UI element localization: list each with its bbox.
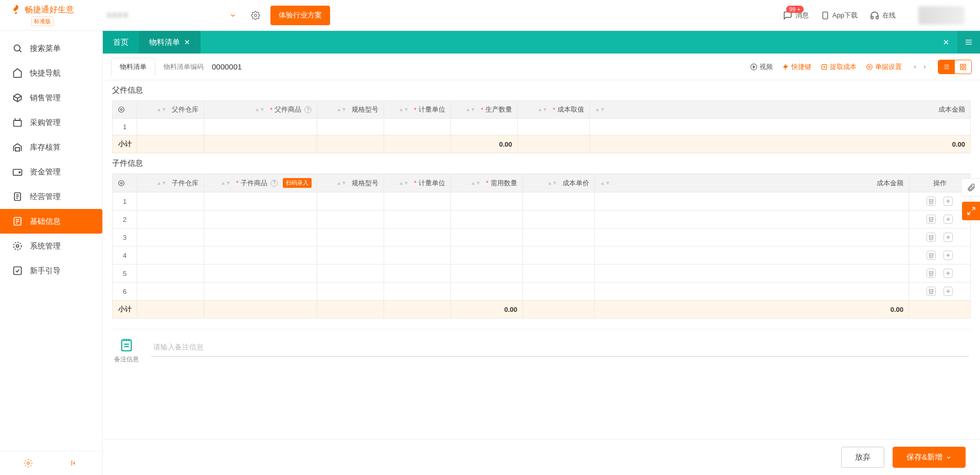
tabs-menu-button[interactable] [957,31,980,54]
child-table-row[interactable]: 1 [113,192,971,210]
sort-icon[interactable]: ▲▼ [336,182,347,185]
view-list-button[interactable] [938,60,955,74]
delete-row-button[interactable] [927,215,936,224]
tab-bom[interactable]: 物料清单 ✕ [139,31,201,54]
tool-video[interactable]: 视频 [750,62,773,72]
info-icon[interactable]: ? [270,180,278,187]
child-table-row[interactable]: 5 [113,265,971,283]
close-icon[interactable]: ✕ [184,38,190,46]
parent-th-gear[interactable] [113,101,137,119]
remark-input[interactable] [151,338,969,357]
delete-row-button[interactable] [927,233,936,242]
tool-shortcut[interactable]: 快捷键 [782,62,811,72]
row-ops [909,228,971,247]
parent-th-item[interactable]: ▲▼*父件商品? [204,101,317,119]
sidebar-item-search-menu[interactable]: 搜索菜单 [0,36,102,61]
sort-icon[interactable]: ▲▼ [398,182,409,185]
sidebar-item-system[interactable]: 系统管理 [0,234,102,258]
sidebar-item-guide[interactable]: 新手引导 [0,258,102,283]
sort-icon[interactable]: ▲▼ [336,108,347,111]
parent-subtotal-qty: 0.00 [451,135,518,153]
parent-th-spec[interactable]: ▲▼规格型号 [317,101,384,119]
sort-icon[interactable]: ▲▼ [470,182,481,185]
sidebar-item-operation[interactable]: 经营管理 [0,184,102,209]
child-th-unit[interactable]: ▲▼*计量单位 [384,174,451,192]
child-table-row[interactable]: 2 [113,210,971,228]
delete-row-button[interactable] [927,269,936,278]
svg-rect-21 [14,267,22,275]
expand-button[interactable] [962,202,980,220]
parent-th-unit[interactable]: ▲▼*计量单位 [384,101,451,119]
add-row-button[interactable] [943,197,953,206]
sidebar-settings-button[interactable] [24,459,33,468]
child-th-unit-cost[interactable]: ▲▼成本单价 [523,174,595,192]
sort-icon[interactable]: ▲▼ [255,108,265,111]
scan-input-tag[interactable]: 扫码录入 [283,178,312,188]
sort-icon[interactable]: ▲▼ [156,182,167,185]
tool-extract-cost[interactable]: 提取成本 [821,62,857,72]
sidebar-item-label: 系统管理 [30,241,61,251]
promo-button[interactable]: 体验行业方案 [270,6,330,25]
row-index: 6 [113,283,137,301]
parent-th-warehouse[interactable]: ▲▼父件仓库 [137,101,204,119]
nav-next-button[interactable] [921,63,929,71]
add-row-button[interactable] [943,251,953,260]
child-th-spec[interactable]: ▲▼规格型号 [317,174,384,192]
tool-bill-settings[interactable]: 单据设置 [866,62,902,72]
delete-row-button[interactable] [927,287,936,296]
child-th-warehouse[interactable]: ▲▼子件仓库 [137,174,204,192]
sort-icon[interactable]: ▲▼ [600,182,610,185]
parent-th-cost-amount[interactable]: ▲▼成本金额 [590,101,971,119]
online-label: 在线 [882,11,896,20]
tool-video-label: 视频 [759,62,773,72]
org-selector[interactable]: XXXX [100,8,244,22]
nav-prev-button[interactable] [911,63,918,71]
sort-icon[interactable]: ▲▼ [398,108,409,111]
org-settings-button[interactable] [251,11,260,20]
add-row-button[interactable] [943,233,953,242]
sidebar-item-sales[interactable]: 销售管理 [0,85,102,110]
child-th-cost-amount[interactable]: ▲▼成本金额 [595,174,909,192]
delete-row-button[interactable] [927,251,936,260]
sidebar-item-purchase[interactable]: 采购管理 [0,110,102,135]
child-th-need-qty[interactable]: ▲▼*需用数量 [451,174,523,192]
page-tab-bom[interactable]: 物料清单 [111,58,155,76]
sort-icon[interactable]: ▲▼ [221,182,231,185]
sort-icon[interactable]: ▲▼ [156,108,167,111]
online-support-button[interactable]: 在线 [870,11,896,20]
add-row-button[interactable] [943,269,953,278]
app-download-button[interactable]: App下载 [821,11,858,20]
view-card-button[interactable] [955,60,971,74]
parent-th-qty[interactable]: ▲▼*生产数量 [451,101,518,119]
sort-icon[interactable]: ▲▼ [537,108,548,111]
child-table-row[interactable]: 3 [113,228,971,247]
sidebar-item-fund[interactable]: 资金管理 [0,160,102,184]
bag-icon [12,117,23,128]
child-table-row[interactable]: 4 [113,247,971,265]
delete-row-button[interactable] [927,197,936,206]
parent-table-row[interactable]: 1 [113,119,971,135]
save-and-new-button[interactable]: 保存&新增 [893,447,966,468]
attachment-button[interactable] [962,178,980,197]
child-th-item[interactable]: ▲▼*子件商品?扫码录入 [204,174,317,192]
info-icon[interactable]: ? [304,106,312,113]
add-row-button[interactable] [943,215,953,224]
tabs-close-all-button[interactable] [935,31,957,54]
sidebar-collapse-button[interactable] [69,459,79,468]
parent-th-cost-basis[interactable]: ▲▼*成本取值 [518,101,590,119]
tab-home[interactable]: 首页 [103,31,139,54]
discard-button[interactable]: 放弃 [841,447,884,468]
child-th-gear[interactable] [113,174,137,192]
child-table-row[interactable]: 6 [113,283,971,301]
sidebar-item-inventory[interactable]: 库存核算 [0,135,102,160]
add-row-button[interactable] [943,287,953,296]
messages-button[interactable]: 99 + 消息 [783,11,809,20]
sort-icon[interactable]: ▲▼ [465,108,476,111]
sidebar-item-label: 库存核算 [30,143,61,152]
user-avatar-blurred[interactable] [918,6,965,25]
sort-icon[interactable]: ▲▼ [595,108,605,111]
sort-icon[interactable]: ▲▼ [547,182,557,185]
sidebar-item-basicinfo[interactable]: 基础信息 [0,209,102,234]
sidebar-item-quicknav[interactable]: 快捷导航 [0,61,102,85]
sidebar-item-label: 资金管理 [30,167,61,177]
